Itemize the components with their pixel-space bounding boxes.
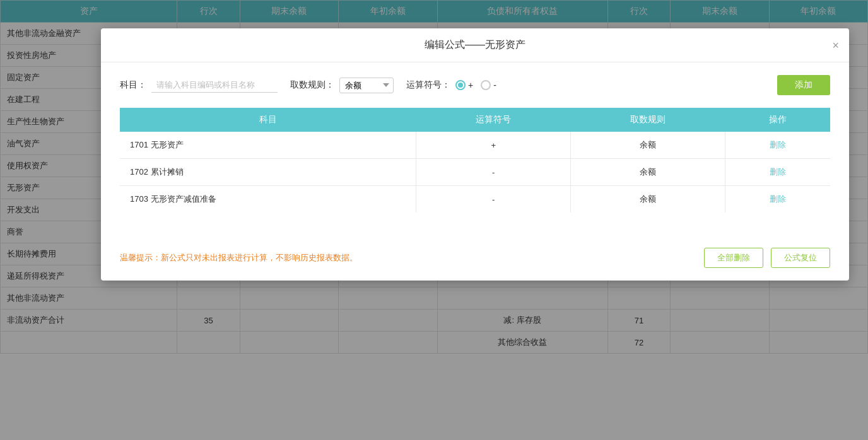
cell-action: 删除 [725,159,830,186]
delete-all-button[interactable]: 全部删除 [704,248,763,268]
radio-plus-circle [455,80,466,90]
table-row: 1702 累计摊销-余额删除 [120,159,830,186]
delete-link[interactable]: 删除 [770,140,786,149]
formula-table: 科目 运算符号 取数规则 操作 1701 无形资产+余额删除1702 累计摊销-… [120,108,830,212]
hint-text: 温馨提示：新公式只对未出报表进行计算，不影响历史报表数据。 [120,252,358,263]
cell-action: 删除 [725,132,830,159]
form-row: 科目： 取数规则： 余额 借方 贷方 借方累计 贷方累计 运算符号： [120,75,830,95]
modal-title: 编辑公式——无形资产 [425,38,525,52]
radio-group: + - [455,80,496,90]
close-button[interactable]: × [832,40,839,51]
cell-rule: 余额 [571,159,725,186]
cell-rule: 余额 [571,132,725,159]
rule-label: 取数规则： [290,79,334,91]
th-rule: 取数规则 [571,108,725,132]
footer-buttons: 全部删除 公式复位 [704,248,830,268]
rule-select-wrapper: 余额 借方 贷方 借方累计 贷方累计 [339,78,394,93]
th-action: 操作 [725,108,830,132]
cell-operator: - [416,186,571,213]
modal-footer: 温馨提示：新公式只对未出报表进行计算，不影响历史报表数据。 全部删除 公式复位 [101,238,849,281]
rule-group: 取数规则： 余额 借方 贷方 借方累计 贷方累计 [290,78,394,93]
subject-input[interactable] [151,78,278,93]
delete-link[interactable]: 删除 [770,194,786,204]
radio-plus-label: + [468,80,473,90]
modal-body: 科目： 取数规则： 余额 借方 贷方 借方累计 贷方累计 运算符号： [101,62,849,238]
operator-group: 运算符号： + - [406,79,496,91]
delete-link[interactable]: 删除 [770,167,786,177]
cell-subject: 1701 无形资产 [120,132,416,159]
cell-rule: 余额 [571,186,725,213]
reset-formula-button[interactable]: 公式复位 [771,248,830,268]
radio-plus[interactable]: + [455,80,473,90]
radio-minus-circle [481,80,491,90]
table-header-row: 科目 运算符号 取数规则 操作 [120,108,830,132]
modal-dialog: 编辑公式——无形资产 × 科目： 取数规则： 余额 借方 贷方 借方累计 贷方累… [101,28,849,281]
radio-minus-label: - [493,80,496,90]
add-button[interactable]: 添加 [777,75,830,95]
cell-operator: - [416,159,571,186]
modal-header: 编辑公式——无形资产 × [101,28,849,62]
subject-label: 科目： [120,79,146,91]
operator-label: 运算符号： [406,79,450,91]
cell-subject: 1702 累计摊销 [120,159,416,186]
cell-subject: 1703 无形资产减值准备 [120,186,416,213]
table-row: 1701 无形资产+余额删除 [120,132,830,159]
radio-minus[interactable]: - [481,80,496,90]
table-row: 1703 无形资产减值准备-余额删除 [120,186,830,213]
th-subject: 科目 [120,108,416,132]
cell-operator: + [416,132,571,159]
th-operator: 运算符号 [416,108,571,132]
subject-group: 科目： [120,78,278,93]
rule-select[interactable]: 余额 借方 贷方 借方累计 贷方累计 [339,78,394,93]
cell-action: 删除 [725,186,830,213]
